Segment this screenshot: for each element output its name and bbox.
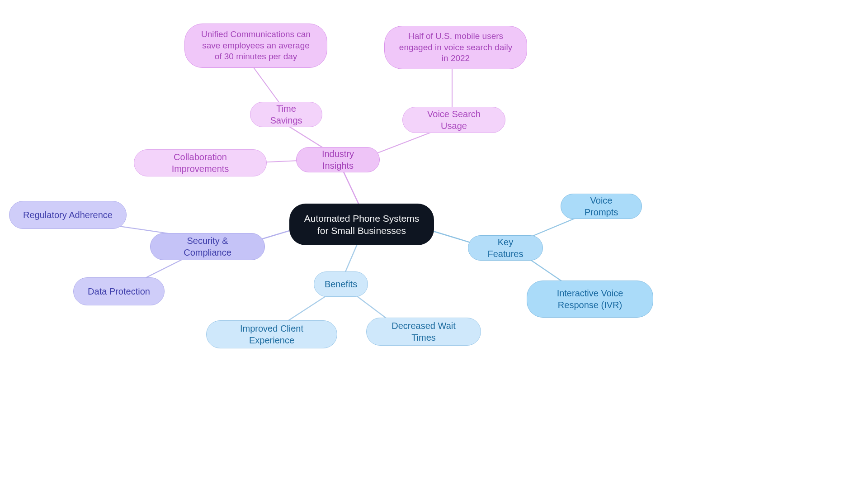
collaboration-node[interactable]: Collaboration Improvements	[134, 149, 267, 176]
wait-times-label: Decreased Wait Times	[379, 320, 468, 343]
voice-search-leaf-label: Half of U.S. mobile users engaged in voi…	[397, 31, 514, 64]
wait-times-node[interactable]: Decreased Wait Times	[366, 318, 481, 346]
center-label: Automated Phone Systems for Small Busine…	[302, 212, 421, 237]
svg-line-1	[289, 127, 326, 149]
key-features-label: Key Features	[481, 236, 530, 260]
svg-line-3	[375, 131, 434, 154]
industry-insights-node[interactable]: Industry Insights	[296, 147, 380, 172]
voice-prompts-node[interactable]: Voice Prompts	[561, 194, 642, 219]
security-label: Security & Compliance	[163, 235, 252, 258]
data-protection-node[interactable]: Data Protection	[73, 277, 165, 305]
security-node[interactable]: Security & Compliance	[150, 233, 265, 260]
collaboration-label: Collaboration Improvements	[147, 151, 254, 175]
benefits-label: Benefits	[325, 278, 357, 290]
time-savings-label: Time Savings	[263, 103, 309, 126]
svg-line-2	[253, 67, 280, 104]
client-experience-node[interactable]: Improved Client Experience	[206, 320, 337, 348]
ivr-node[interactable]: Interactive Voice Response (IVR)	[527, 281, 653, 318]
regulatory-label: Regulatory Adherence	[23, 209, 113, 221]
center-node[interactable]: Automated Phone Systems for Small Busine…	[289, 204, 434, 245]
time-savings-leaf-label: Unified Communications can save employee…	[198, 29, 314, 62]
industry-insights-label: Industry Insights	[309, 148, 367, 171]
voice-search-node[interactable]: Voice Search Usage	[402, 107, 505, 133]
voice-prompts-label: Voice Prompts	[574, 195, 629, 218]
data-protection-label: Data Protection	[88, 285, 150, 297]
voice-search-label: Voice Search Usage	[415, 108, 492, 132]
voice-search-leaf-node[interactable]: Half of U.S. mobile users engaged in voi…	[384, 26, 527, 69]
ivr-label: Interactive Voice Response (IVR)	[540, 287, 640, 311]
time-savings-leaf-node[interactable]: Unified Communications can save employee…	[184, 24, 327, 68]
regulatory-node[interactable]: Regulatory Adherence	[9, 201, 127, 229]
benefits-node[interactable]: Benefits	[314, 271, 368, 297]
key-features-node[interactable]: Key Features	[468, 235, 543, 261]
edge-layer	[0, 0, 868, 490]
client-experience-label: Improved Client Experience	[219, 323, 324, 346]
time-savings-node[interactable]: Time Savings	[250, 102, 322, 127]
